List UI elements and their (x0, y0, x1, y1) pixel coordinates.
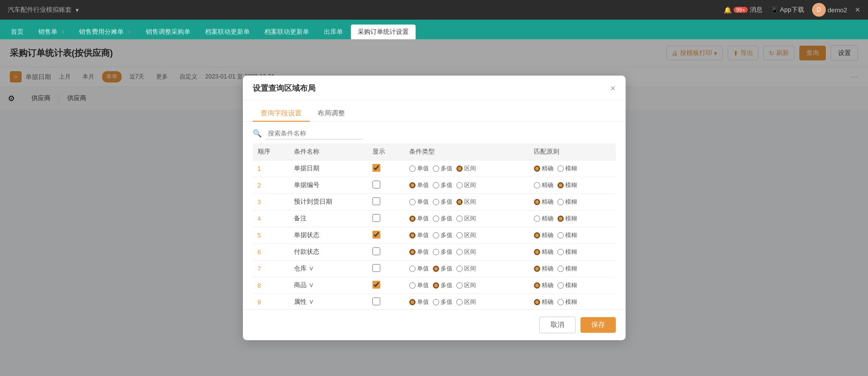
type-radio-item[interactable]: 多值 (433, 248, 452, 256)
type-radio-item[interactable]: 多值 (433, 265, 452, 273)
dialog-search-area: 🔍 (243, 122, 626, 143)
match-radio-item[interactable]: 精确 (534, 198, 553, 206)
table-row: 2单据编号单值多值区间精确模糊 (253, 177, 616, 193)
row-match-group: 精确模糊 (529, 260, 615, 277)
row-display-checkbox[interactable] (368, 193, 404, 210)
dialog-close-button[interactable]: × (610, 84, 616, 93)
row-display-checkbox[interactable] (368, 243, 404, 260)
match-radio-item[interactable]: 精确 (534, 215, 553, 223)
match-radio-item[interactable]: 模糊 (557, 215, 577, 223)
type-radio-item[interactable]: 单值 (409, 281, 429, 290)
match-radio-item[interactable]: 模糊 (557, 248, 577, 256)
type-radio-item[interactable]: 单值 (409, 198, 429, 206)
dialog-tab-query-fields[interactable]: 查询字段设置 (253, 106, 310, 122)
type-radio-item[interactable]: 单值 (409, 298, 429, 305)
nav-tab-outbound[interactable]: 出库单 (317, 25, 350, 39)
row-display-checkbox[interactable] (368, 160, 404, 177)
row-condition-name: 商品 ∨ (289, 277, 368, 294)
row-display-checkbox[interactable] (368, 260, 404, 277)
type-radio-item[interactable]: 多值 (433, 231, 452, 240)
row-num: 5 (253, 227, 289, 243)
save-button[interactable]: 保存 (580, 317, 616, 333)
match-radio-item[interactable]: 模糊 (557, 265, 577, 273)
type-radio-item[interactable]: 多值 (433, 298, 452, 305)
notification-btn[interactable]: 🔔 99+ 消息 (724, 5, 763, 14)
row-display-checkbox[interactable] (368, 210, 404, 227)
match-radio-item[interactable]: 精确 (534, 181, 553, 189)
row-type-group: 单值多值区间 (404, 277, 529, 294)
notification-label: 消息 (750, 5, 763, 14)
type-radio-item[interactable]: 区间 (456, 298, 476, 305)
type-radio-item[interactable]: 多值 (433, 181, 452, 189)
nav-tab-purchase-stats[interactable]: 采购订单统计设置 (351, 25, 416, 39)
row-display-checkbox[interactable] (368, 227, 404, 243)
th-display: 显示 (368, 143, 404, 161)
close-app-button[interactable]: × (855, 5, 860, 15)
notification-badge: 99+ (734, 7, 748, 13)
type-radio-item[interactable]: 区间 (456, 164, 476, 173)
match-radio-item[interactable]: 模糊 (557, 281, 577, 290)
match-radio-item[interactable]: 精确 (534, 164, 553, 173)
row-display-checkbox[interactable] (368, 294, 404, 305)
type-radio-item[interactable]: 单值 (409, 181, 429, 189)
row-display-checkbox[interactable] (368, 277, 404, 294)
row-match-group: 精确模糊 (529, 294, 615, 305)
match-radio-item[interactable]: 精确 (534, 281, 553, 290)
nav-tab-adjust[interactable]: 销售调整采购单 (139, 25, 197, 39)
match-radio-item[interactable]: 模糊 (557, 164, 577, 173)
match-radio-item[interactable]: 精确 (534, 231, 553, 240)
search-icon: 🔍 (253, 129, 262, 138)
row-type-group: 单值多值区间 (404, 243, 529, 260)
type-radio-item[interactable]: 区间 (456, 215, 476, 223)
row-match-group: 精确模糊 (529, 193, 615, 210)
type-radio-item[interactable]: 区间 (456, 265, 476, 273)
table-header-row: 顺序 条件名称 显示 条件类型 匹配原则 (253, 143, 616, 161)
type-radio-item[interactable]: 单值 (409, 265, 429, 273)
type-radio-item[interactable]: 单值 (409, 215, 429, 223)
type-radio-item[interactable]: 多值 (433, 198, 452, 206)
type-radio-item[interactable]: 区间 (456, 198, 476, 206)
th-type: 条件类型 (404, 143, 529, 161)
tab-label: 采购订单统计设置 (358, 27, 409, 36)
row-condition-name: 属性 ∨ (289, 294, 368, 305)
tab-close-icon[interactable]: × (61, 29, 64, 35)
th-name: 条件名称 (289, 143, 368, 161)
match-radio-item[interactable]: 精确 (534, 248, 553, 256)
row-display-checkbox[interactable] (368, 177, 404, 193)
nav-tab-archive1[interactable]: 档案联动更新单 (198, 25, 257, 39)
type-radio-item[interactable]: 单值 (409, 164, 429, 173)
row-num: 2 (253, 177, 289, 193)
app-download-btn[interactable]: 📱 App下载 (770, 5, 804, 14)
nav-home[interactable]: 首页 (4, 25, 30, 39)
table-row: 3预计到货日期单值多值区间精确模糊 (253, 193, 616, 210)
type-radio-item[interactable]: 单值 (409, 248, 429, 256)
user-menu-btn[interactable]: D demo2 (812, 3, 847, 17)
nav-tab-expense[interactable]: 销售费用分摊单 × (72, 25, 137, 39)
top-bar: 汽车配件行业模拟账套 ▾ 🔔 99+ 消息 📱 App下载 D demo2 × (0, 0, 868, 20)
match-radio-item[interactable]: 模糊 (557, 181, 577, 189)
row-condition-name: 仓库 ∨ (289, 260, 368, 277)
nav-tab-archive2[interactable]: 档案联动更新单 (258, 25, 316, 39)
match-radio-item[interactable]: 精确 (534, 298, 553, 305)
nav-tab-sales[interactable]: 销售单 × (31, 25, 71, 39)
dialog-tabs: 查询字段设置 布局调整 (243, 100, 626, 122)
match-radio-item[interactable]: 模糊 (557, 198, 577, 206)
type-radio-item[interactable]: 区间 (456, 281, 476, 290)
match-radio-item[interactable]: 模糊 (557, 231, 577, 240)
type-radio-item[interactable]: 单值 (409, 231, 429, 240)
table-row: 7仓库 ∨单值多值区间精确模糊 (253, 260, 616, 277)
search-input[interactable] (265, 128, 363, 139)
dialog-tab-layout[interactable]: 布局调整 (310, 106, 353, 122)
tab-close-icon[interactable]: × (128, 29, 131, 35)
match-radio-item[interactable]: 模糊 (557, 298, 577, 305)
table-row: 9属性 ∨单值多值区间精确模糊 (253, 294, 616, 305)
top-bar-right: 🔔 99+ 消息 📱 App下载 D demo2 × (724, 3, 860, 17)
type-radio-item[interactable]: 区间 (456, 248, 476, 256)
type-radio-item[interactable]: 多值 (433, 215, 452, 223)
type-radio-item[interactable]: 区间 (456, 231, 476, 240)
type-radio-item[interactable]: 多值 (433, 164, 452, 173)
match-radio-item[interactable]: 精确 (534, 265, 553, 273)
cancel-button[interactable]: 取消 (539, 317, 576, 333)
type-radio-item[interactable]: 多值 (433, 281, 452, 290)
type-radio-item[interactable]: 区间 (456, 181, 476, 189)
